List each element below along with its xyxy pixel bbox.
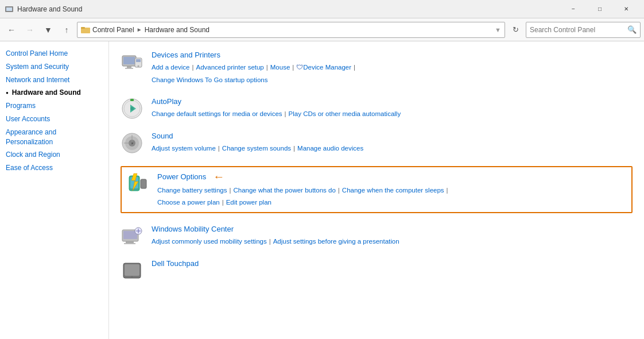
link-change-default[interactable]: Change default settings for media or dev… bbox=[152, 108, 282, 120]
sidebar-item-label: Programs bbox=[6, 101, 36, 111]
content-area: Devices and Printers Add a device | Adva… bbox=[109, 41, 644, 339]
power-links2: Choose a power plan | Edit power plan bbox=[157, 197, 627, 209]
link-power-buttons[interactable]: Change what the power buttons do bbox=[233, 184, 335, 197]
link-adjust-volume[interactable]: Adjust system volume bbox=[152, 142, 216, 155]
power-icon bbox=[126, 171, 149, 194]
mobility-content: Windows Mobility Center Adjust commonly … bbox=[152, 225, 633, 248]
device-manager-icon-shield: 🛡 bbox=[296, 61, 303, 74]
sidebar-item-ease[interactable]: Ease of Access bbox=[0, 161, 108, 175]
touchpad-content: Dell Touchpad bbox=[152, 259, 633, 270]
address-path: Control Panel ► Hardware and Sound ▼ bbox=[77, 22, 505, 38]
link-audio-devices[interactable]: Manage audio devices bbox=[297, 142, 363, 155]
mobility-icon bbox=[121, 225, 143, 248]
maximize-button[interactable]: □ bbox=[587, 0, 613, 18]
window-icon bbox=[5, 5, 14, 14]
sidebar-item-hardware[interactable]: ● Hardware and Sound bbox=[0, 86, 108, 99]
svg-rect-6 bbox=[127, 66, 131, 68]
window-title: Hardware and Sound bbox=[17, 5, 560, 13]
sound-links: Adjust system volume | Change system sou… bbox=[152, 142, 633, 155]
power-title[interactable]: Power Options bbox=[157, 172, 206, 181]
link-battery-settings[interactable]: Change battery settings bbox=[157, 184, 227, 197]
power-content: Power Options ← Change battery settings … bbox=[157, 171, 627, 208]
autoplay-title[interactable]: AutoPlay bbox=[152, 97, 633, 106]
sidebar-item-system[interactable]: System and Security bbox=[0, 60, 108, 74]
category-devices: Devices and Printers Add a device | Adva… bbox=[121, 51, 633, 86]
path-control-panel[interactable]: Control Panel bbox=[92, 26, 134, 34]
link-device-manager[interactable]: Device Manager bbox=[303, 61, 351, 74]
svg-rect-3 bbox=[81, 27, 85, 29]
svg-point-10 bbox=[138, 66, 139, 67]
devices-title[interactable]: Devices and Printers bbox=[152, 51, 633, 59]
back-button[interactable]: ← bbox=[3, 22, 20, 38]
minimize-button[interactable]: − bbox=[560, 0, 587, 18]
link-add-device[interactable]: Add a device bbox=[152, 61, 190, 74]
autoplay-content: AutoPlay Change default settings for med… bbox=[152, 97, 633, 120]
sidebar-item-appearance[interactable]: Appearance and Personalization bbox=[0, 126, 108, 149]
devices-icon bbox=[121, 51, 143, 74]
path-hardware-sound[interactable]: Hardware and Sound bbox=[145, 26, 210, 34]
category-autoplay: AutoPlay Change default settings for med… bbox=[121, 97, 633, 120]
dropdown-button[interactable]: ▼ bbox=[40, 22, 56, 38]
power-title-row: Power Options ← bbox=[157, 171, 627, 182]
power-arrow: ← bbox=[213, 171, 224, 182]
touchpad-title[interactable]: Dell Touchpad bbox=[152, 259, 633, 268]
search-box[interactable]: 🔍 bbox=[526, 22, 641, 38]
touchpad-icon bbox=[121, 259, 143, 282]
svg-rect-5 bbox=[123, 57, 135, 64]
category-power-wrapper: Power Options ← Change battery settings … bbox=[121, 166, 633, 214]
link-mobility-settings[interactable]: Adjust commonly used mobility settings bbox=[152, 236, 267, 248]
sidebar-item-clock[interactable]: Clock and Region bbox=[0, 148, 108, 161]
link-power-plan[interactable]: Choose a power plan bbox=[157, 197, 220, 209]
refresh-button[interactable]: ↻ bbox=[507, 22, 523, 38]
link-presentation[interactable]: Adjust settings before giving a presenta… bbox=[273, 236, 399, 248]
svg-rect-14 bbox=[130, 99, 134, 101]
link-windows-go[interactable]: Change Windows To Go startup options bbox=[152, 74, 267, 86]
active-bullet: ● bbox=[6, 90, 9, 96]
svg-rect-7 bbox=[125, 68, 133, 69]
link-computer-sleeps[interactable]: Change when the computer sleeps bbox=[342, 184, 444, 197]
search-input[interactable] bbox=[526, 26, 624, 34]
address-bar: ← → ▼ ↑ Control Panel ► Hardware and Sou… bbox=[0, 18, 644, 41]
window-controls: − □ ✕ bbox=[560, 0, 639, 18]
sidebar-item-home[interactable]: Control Panel Home bbox=[0, 47, 108, 60]
sidebar-item-label: System and Security bbox=[6, 62, 69, 72]
category-touchpad: Dell Touchpad bbox=[121, 259, 633, 282]
svg-rect-1 bbox=[6, 7, 12, 11]
sidebar-item-user-accounts[interactable]: User Accounts bbox=[0, 113, 108, 126]
sound-icon bbox=[121, 132, 143, 155]
link-play-cds[interactable]: Play CDs or other media automatically bbox=[289, 108, 401, 120]
up-button[interactable]: ↑ bbox=[59, 22, 75, 38]
sidebar-item-label: Appearance and Personalization bbox=[6, 128, 103, 147]
search-button[interactable]: 🔍 bbox=[624, 22, 640, 38]
folder-icon bbox=[81, 25, 90, 34]
power-options-box: Power Options ← Change battery settings … bbox=[121, 166, 633, 213]
sidebar-item-label: Hardware and Sound bbox=[12, 88, 81, 98]
sidebar-item-network[interactable]: Network and Internet bbox=[0, 74, 108, 87]
link-system-sounds[interactable]: Change system sounds bbox=[222, 142, 291, 155]
sidebar-item-label: Ease of Access bbox=[6, 163, 53, 173]
category-sound: Sound Adjust system volume | Change syst… bbox=[121, 132, 633, 155]
sound-content: Sound Adjust system volume | Change syst… bbox=[152, 132, 633, 155]
category-mobility: Windows Mobility Center Adjust commonly … bbox=[121, 225, 633, 248]
link-mouse[interactable]: Mouse bbox=[270, 61, 290, 74]
sidebar-item-programs[interactable]: Programs bbox=[0, 99, 108, 113]
svg-rect-28 bbox=[126, 241, 134, 243]
svg-rect-9 bbox=[136, 59, 141, 62]
svg-rect-29 bbox=[124, 243, 135, 244]
link-edit-power-plan[interactable]: Edit power plan bbox=[226, 197, 271, 209]
sidebar-item-label: User Accounts bbox=[6, 114, 50, 124]
close-button[interactable]: ✕ bbox=[613, 0, 639, 18]
mobility-title[interactable]: Windows Mobility Center bbox=[152, 225, 633, 233]
title-bar: Hardware and Sound − □ ✕ bbox=[0, 0, 644, 18]
sidebar-item-label: Control Panel Home bbox=[6, 49, 68, 59]
power-links1: Change battery settings | Change what th… bbox=[157, 184, 627, 197]
forward-button[interactable]: → bbox=[22, 22, 38, 38]
sidebar-item-label: Clock and Region bbox=[6, 150, 60, 160]
link-advanced-printer[interactable]: Advanced printer setup bbox=[196, 61, 264, 74]
main-container: Control Panel Home System and Security N… bbox=[0, 41, 644, 339]
devices-links: Add a device | Advanced printer setup | … bbox=[152, 61, 633, 74]
autoplay-icon bbox=[121, 97, 143, 120]
sound-title[interactable]: Sound bbox=[152, 132, 633, 140]
svg-rect-34 bbox=[125, 264, 139, 276]
devices-content: Devices and Printers Add a device | Adva… bbox=[152, 51, 633, 86]
